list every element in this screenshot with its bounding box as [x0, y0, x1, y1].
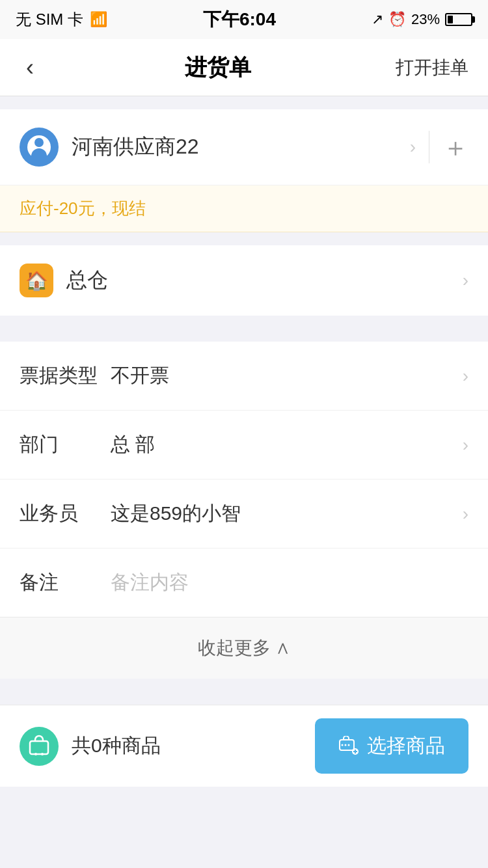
form-section: 票据类型 不开票 › 部门 总 部 › 业务员 这是859的小智 › 备注 备注… [0, 342, 488, 617]
salesperson-value: 这是859的小智 [98, 500, 463, 527]
supplier-avatar [20, 128, 59, 167]
remark-label: 备注 [20, 569, 98, 596]
select-product-button[interactable]: 选择商品 [315, 718, 468, 774]
section-gap-2 [0, 232, 488, 245]
warehouse-icon: 🏠 [20, 264, 53, 297]
collapse-bar[interactable]: 收起更多 ∧ [0, 617, 488, 679]
section-gap-4 [0, 679, 488, 692]
chevron-right-icon: › [463, 366, 468, 387]
svg-rect-0 [30, 741, 48, 754]
salesperson-label: 业务员 [20, 500, 98, 527]
product-icon [20, 727, 59, 766]
supplier-row[interactable]: 河南供应商22 › ＋ [0, 109, 488, 185]
department-row[interactable]: 部门 总 部 › [0, 411, 488, 480]
warehouse-row[interactable]: 🏠 总仓 › [0, 245, 488, 316]
svg-point-4 [342, 744, 344, 746]
wifi-icon: 📶 [90, 11, 107, 28]
remark-row[interactable]: 备注 备注内容 [0, 549, 488, 617]
supplier-section: 河南供应商22 › ＋ 应付-20元，现结 [0, 109, 488, 232]
product-count: 共0种商品 [72, 733, 315, 759]
supplier-name: 河南供应商22 [72, 133, 410, 161]
notice-bar: 应付-20元，现结 [0, 185, 488, 232]
page-background [0, 787, 488, 868]
nav-bar: ‹ 进货单 打开挂单 [0, 39, 488, 96]
cart-icon [27, 735, 51, 758]
battery-label: 23% [411, 11, 440, 28]
ticket-type-row[interactable]: 票据类型 不开票 › [0, 342, 488, 411]
bottom-bar: 共0种商品 选择商品 [0, 705, 488, 787]
warehouse-section: 🏠 总仓 › [0, 245, 488, 316]
chevron-right-icon: › [463, 435, 468, 455]
select-btn-label: 选择商品 [367, 733, 445, 759]
ticket-type-value: 不开票 [98, 362, 463, 389]
add-button[interactable]: ＋ [442, 129, 468, 165]
back-button[interactable]: ‹ [20, 47, 40, 88]
notice-text: 应付-20元，现结 [20, 198, 146, 218]
battery-icon [445, 13, 472, 26]
svg-point-5 [345, 744, 347, 746]
open-pending-button[interactable]: 打开挂单 [396, 55, 468, 80]
svg-point-2 [41, 753, 44, 755]
ticket-type-label: 票据类型 [20, 362, 98, 389]
status-time: 下午6:04 [203, 7, 276, 32]
chevron-right-icon: › [410, 137, 416, 157]
status-left: 无 SIM 卡 📶 [16, 9, 107, 30]
alarm-icon: ⏰ [388, 11, 406, 28]
collapse-label: 收起更多 ∧ [198, 638, 291, 658]
section-gap-3 [0, 316, 488, 329]
page-title: 进货单 [185, 53, 251, 83]
svg-point-1 [34, 753, 37, 755]
location-icon: ↗ [372, 11, 383, 28]
supplier-actions: › ＋ [410, 129, 468, 165]
chevron-right-icon: › [463, 270, 468, 291]
section-gap-1 [0, 96, 488, 109]
status-bar: 无 SIM 卡 📶 下午6:04 ↗ ⏰ 23% [0, 0, 488, 39]
chevron-right-icon: › [463, 504, 468, 524]
department-value: 总 部 [98, 431, 463, 458]
warehouse-name: 总仓 [66, 266, 463, 295]
svg-point-6 [348, 744, 350, 746]
carrier-label: 无 SIM 卡 [16, 9, 83, 30]
remark-placeholder: 备注内容 [98, 569, 468, 596]
department-label: 部门 [20, 431, 98, 458]
vertical-divider [429, 131, 429, 163]
status-right: ↗ ⏰ 23% [372, 11, 472, 28]
salesperson-row[interactable]: 业务员 这是859的小智 › [0, 480, 488, 549]
select-product-icon [338, 736, 359, 757]
